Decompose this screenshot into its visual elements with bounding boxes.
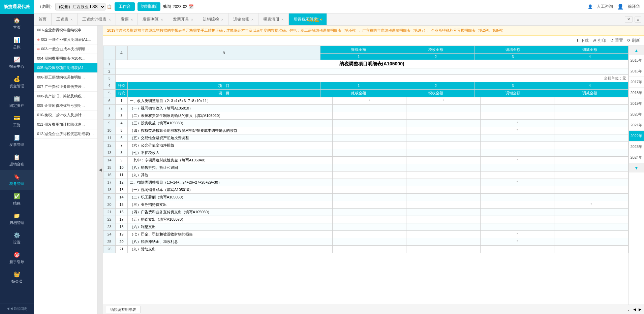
- row-col-d[interactable]: [406, 142, 481, 149]
- year-nav-down-button[interactable]: ▼: [629, 163, 644, 172]
- row-col-e[interactable]: [480, 186, 554, 193]
- row-col-f[interactable]: [554, 245, 628, 253]
- row-col-e[interactable]: *: [480, 156, 554, 164]
- year-item-2017[interactable]: 2017年: [629, 77, 644, 88]
- row-col-e[interactable]: *: [480, 230, 554, 238]
- refresh-button[interactable]: ⟳ 刷新: [627, 38, 640, 43]
- consultant-button[interactable]: 人工咨询: [597, 4, 613, 9]
- old-version-button[interactable]: 切到旧版: [137, 2, 160, 11]
- row-col-e[interactable]: *: [480, 119, 554, 127]
- row-col-f[interactable]: *: [554, 201, 628, 208]
- row-col-e[interactable]: [480, 149, 554, 156]
- row-col-f[interactable]: [554, 164, 628, 171]
- year-item-2024[interactable]: 2024年: [629, 152, 644, 163]
- row-col-e[interactable]: *: [480, 179, 554, 186]
- row-col-d[interactable]: [406, 223, 481, 230]
- row-col-d[interactable]: [406, 186, 481, 193]
- row-col-f[interactable]: [554, 104, 628, 112]
- sidebar-item-report-center[interactable]: 📈 报表中心: [0, 53, 34, 72]
- tab-invoice-calc-close[interactable]: ×: [161, 18, 163, 22]
- year-item-2018[interactable]: 2018年: [629, 88, 644, 98]
- sidebar-item-fund-mgmt[interactable]: 💰 资金管理: [0, 72, 34, 92]
- row-col-e[interactable]: [480, 112, 554, 119]
- left-item-002[interactable]: ⊗ 002-一般企业收入明细表(A1...: [34, 35, 97, 44]
- row-col-d[interactable]: [406, 119, 481, 127]
- left-item-012[interactable]: 012-减免企业所得税优惠明细表(…: [34, 129, 97, 139]
- row-col-d[interactable]: [406, 230, 481, 238]
- left-item-010[interactable]: 010-免税、减计收入及加计...: [34, 111, 97, 120]
- tab-invoice-issue-close[interactable]: ×: [191, 18, 193, 22]
- row-col-c[interactable]: [332, 142, 406, 149]
- tab-sales-ledger-close[interactable]: ×: [251, 18, 253, 22]
- sidebar-item-tax-mgmt[interactable]: 🔖 税务管理: [0, 170, 34, 190]
- row-col-e[interactable]: *: [480, 238, 554, 245]
- sidebar-item-payroll[interactable]: 💳 工资: [0, 112, 34, 131]
- row-col-d[interactable]: [406, 179, 481, 186]
- tab-sales-check-close[interactable]: ×: [221, 18, 223, 22]
- tab-payroll-close[interactable]: ×: [70, 18, 72, 22]
- row-col-c[interactable]: [332, 119, 406, 127]
- year-item-2020[interactable]: 2020年: [629, 109, 644, 120]
- row-col-c[interactable]: [332, 238, 406, 245]
- tab-tax-list[interactable]: 税表清册 ×: [258, 13, 288, 26]
- sidebar-item-home[interactable]: 🏠 首页: [0, 14, 34, 33]
- row-col-e[interactable]: [480, 164, 554, 171]
- tab-invoice-close[interactable]: ×: [131, 18, 133, 22]
- row-col-f[interactable]: [554, 216, 628, 223]
- copy-icon[interactable]: 📋: [107, 4, 112, 9]
- row-col-f[interactable]: [554, 208, 628, 216]
- tab-sales-ledger[interactable]: 进销台账 ×: [228, 13, 258, 26]
- row-col-d[interactable]: [406, 245, 481, 253]
- row-col-e[interactable]: [480, 193, 554, 201]
- tab-payroll-stats-close[interactable]: ×: [109, 18, 111, 22]
- sidebar-item-settings[interactable]: ⚙️ 设置: [0, 229, 34, 248]
- left-item-005[interactable]: 005-纳税调整项目明细表(A1...: [34, 63, 97, 73]
- row-col-f[interactable]: [554, 156, 628, 164]
- row-col-c[interactable]: [332, 223, 406, 230]
- row-col-c[interactable]: [332, 201, 406, 208]
- row-col-d[interactable]: [406, 164, 481, 171]
- year-item-2022[interactable]: 2022年: [629, 131, 644, 142]
- row-col-d[interactable]: [406, 201, 481, 208]
- row-col-c[interactable]: [332, 149, 406, 156]
- sidebar-item-import-ledger[interactable]: 📋 进销台账: [0, 151, 34, 170]
- row-col-f[interactable]: [554, 193, 628, 201]
- row-col-d[interactable]: [406, 149, 481, 156]
- left-item-007[interactable]: 007-广告费和业务宣传费跨...: [34, 82, 97, 92]
- tab-invoice-calc[interactable]: 发票测算 ×: [138, 13, 168, 26]
- row-col-c[interactable]: [332, 112, 406, 119]
- row-col-f[interactable]: [554, 238, 628, 245]
- tab-invoice[interactable]: 发票 ×: [116, 13, 138, 26]
- sidebar-item-member[interactable]: 👑 畅会员: [0, 268, 34, 287]
- tab-home[interactable]: 首页: [34, 13, 52, 26]
- row-col-e[interactable]: *: [480, 127, 554, 134]
- row-col-e[interactable]: [480, 245, 554, 253]
- year-nav-up-button[interactable]: ▲: [629, 46, 644, 55]
- row-col-c[interactable]: [332, 216, 406, 223]
- spreadsheet[interactable]: A B 账载全额 税收全额 调增全额: [103, 46, 628, 305]
- row-col-e[interactable]: [480, 201, 554, 208]
- year-item-2019[interactable]: 2019年: [629, 98, 644, 109]
- row-col-c[interactable]: [332, 134, 406, 142]
- sidebar-item-fixed-assets[interactable]: 🏢 固定资产: [0, 92, 34, 112]
- scroll-left-button[interactable]: ◀: [633, 307, 636, 312]
- row-col-c[interactable]: [332, 164, 406, 171]
- sidebar-item-invoice-mgmt[interactable]: 🧾 发票管理: [0, 131, 34, 151]
- left-item-009[interactable]: 009-企业所得税弥补亏损明...: [34, 101, 97, 111]
- row-col-f[interactable]: [554, 149, 628, 156]
- left-item-004[interactable]: 004-期间费用明细表(A1040...: [34, 54, 97, 63]
- tab-payroll[interactable]: 工资表 ×: [52, 13, 78, 26]
- workbench-button[interactable]: 工作台: [115, 2, 135, 11]
- left-item-011[interactable]: 011-研发费用加计扣除优惠...: [34, 120, 97, 129]
- row-col-c[interactable]: [332, 193, 406, 201]
- year-item-2016[interactable]: 2016年: [629, 66, 644, 77]
- row-col-d[interactable]: [406, 238, 481, 245]
- tab-invoice-issue[interactable]: 发票开具 ×: [168, 13, 198, 26]
- row-col-c[interactable]: [332, 179, 406, 186]
- row-col-d[interactable]: [406, 127, 481, 134]
- row-col-f[interactable]: [554, 230, 628, 238]
- row-col-c[interactable]: [332, 171, 406, 179]
- row-col-d[interactable]: [406, 193, 481, 201]
- row-col-c[interactable]: *: [332, 97, 406, 104]
- sidebar-item-settlement[interactable]: ✅ 结账: [0, 190, 34, 209]
